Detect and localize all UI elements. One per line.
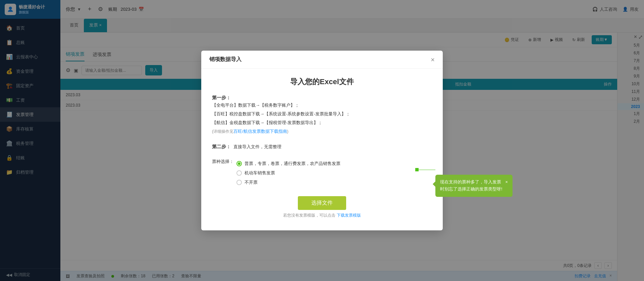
step1-line2: 【百旺】税控盘数据下载→【系统设置-系统参数设置-发票批量导入】； bbox=[212, 110, 432, 118]
modal-big-title: 导入您的Excel文件 bbox=[212, 77, 432, 87]
radio-label-1: 普票，专票，卷票，通行费发票，农产品销售发票 bbox=[245, 161, 340, 167]
modal-overlay: 销项数据导入 × 导入您的Excel文件 第一步： 【全电平台】数据下载→【税务… bbox=[0, 0, 644, 281]
radio-option-1[interactable]: 普票，专票，卷票，通行费发票，农产品销售发票 bbox=[236, 161, 340, 167]
modal-title: 销项数据导入 bbox=[209, 56, 241, 63]
tooltip-dot bbox=[415, 168, 419, 171]
modal-header: 销项数据导入 × bbox=[201, 51, 443, 69]
radio-circle-1 bbox=[236, 161, 242, 166]
modal-footer: 选择文件 bbox=[212, 191, 432, 213]
import-modal: 销项数据导入 × 导入您的Excel文件 第一步： 【全电平台】数据下载→【税务… bbox=[201, 51, 443, 230]
step2-text: 直接导入文件，无需整理 bbox=[233, 144, 281, 149]
ticket-type-section: 票种选择： 普票，专票，卷票，通行费发票，农产品销售发票 机动车销售发票 bbox=[212, 158, 432, 185]
radio-option-2[interactable]: 机动车销售发票 bbox=[236, 170, 340, 176]
step1-note-end: ) bbox=[287, 129, 288, 134]
step1-note: (详细操作见 bbox=[212, 129, 233, 134]
ticket-label: 票种选择： bbox=[212, 158, 234, 165]
step1-note-row: (详细操作见百旺/航信发票数据下载指南) bbox=[212, 127, 432, 136]
step2-label: 第二步： bbox=[212, 144, 231, 149]
radio-group: 普票，专票，卷票，通行费发票，农产品销售发票 机动车销售发票 不开票 bbox=[236, 161, 340, 185]
ticket-row: 票种选择： 普票，专票，卷票，通行费发票，农产品销售发票 机动车销售发票 bbox=[212, 158, 432, 185]
radio-label-3: 不开票 bbox=[245, 179, 258, 185]
modal-close-btn[interactable]: × bbox=[431, 56, 435, 63]
step1-block: 第一步： 【全电平台】数据下载→【税务数字账户】； 【百旺】税控盘数据下载→【系… bbox=[212, 95, 432, 136]
step1-content: 【全电平台】数据下载→【税务数字账户】； 【百旺】税控盘数据下载→【系统设置-系… bbox=[212, 101, 432, 136]
radio-circle-3 bbox=[236, 180, 242, 185]
tooltip-line bbox=[419, 170, 435, 170]
step1-label: 第一步： bbox=[212, 95, 231, 100]
tooltip-balloon: × 现在支持的票种多了，导入发票时别忘了选择正确的发票类型呀! bbox=[435, 175, 513, 197]
radio-option-3[interactable]: 不开票 bbox=[236, 179, 340, 185]
download-template-link[interactable]: 下载发票模版 bbox=[337, 213, 361, 218]
radio-label-2: 机动车销售发票 bbox=[245, 170, 275, 176]
download-prefix: 若您没有发票模版，可以点击 bbox=[283, 213, 335, 218]
download-link-row: 若您没有发票模版，可以点击 下载发票模版 bbox=[212, 213, 432, 224]
step1-line1: 【全电平台】数据下载→【税务数字账户】； bbox=[212, 101, 432, 110]
tooltip-connector bbox=[415, 168, 435, 171]
select-file-btn[interactable]: 选择文件 bbox=[298, 196, 346, 210]
tooltip-close-btn[interactable]: × bbox=[505, 179, 508, 186]
step1-guide-link[interactable]: 百旺/航信发票数据下载指南 bbox=[233, 129, 287, 134]
radio-circle-2 bbox=[236, 170, 242, 176]
step2-block: 第二步： 直接导入文件，无需整理 bbox=[212, 143, 432, 151]
step1-line3: 【航信】金税盘数据下载→【报税管理-发票数据导出】； bbox=[212, 118, 432, 127]
modal-body: 导入您的Excel文件 第一步： 【全电平台】数据下载→【税务数字账户】； 【百… bbox=[201, 69, 443, 230]
tooltip-text: 现在支持的票种多了，导入发票时别忘了选择正确的发票类型呀! bbox=[440, 179, 502, 191]
